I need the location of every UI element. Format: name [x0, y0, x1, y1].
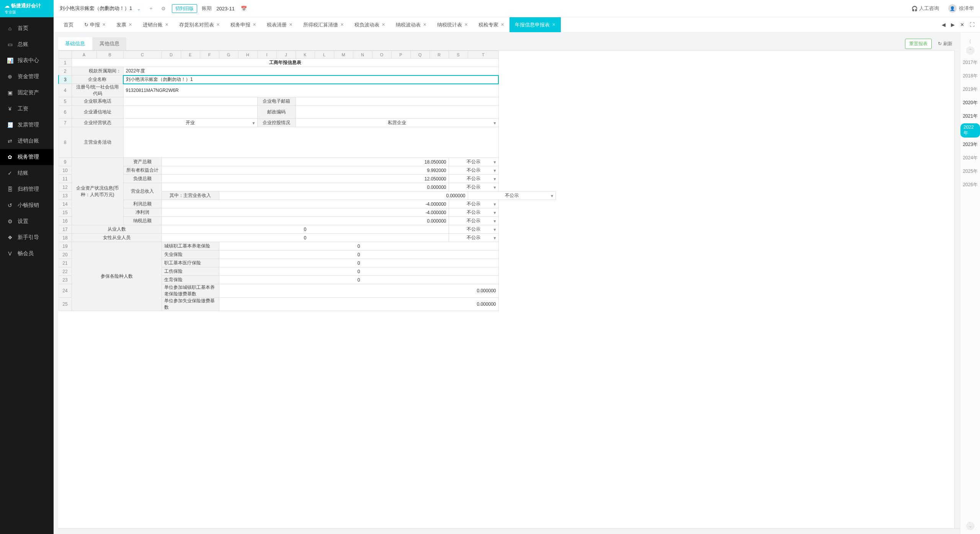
horizontal-scrollbar[interactable]	[58, 528, 960, 534]
value-cell[interactable]: 0	[219, 267, 498, 276]
year-item[interactable]: 2022年	[960, 123, 980, 138]
nav-item-archive[interactable]: 🗄归档管理	[0, 181, 54, 197]
rail-up-button[interactable]: ⌃	[966, 46, 975, 55]
row-header[interactable]: 13	[59, 192, 72, 200]
col-header[interactable]: L	[315, 51, 334, 59]
tabs-next-button[interactable]: ▶	[949, 20, 957, 29]
row-header[interactable]: 11	[59, 175, 72, 183]
rail-down-button[interactable]: ⌄	[966, 522, 975, 530]
year-item[interactable]: 2023年	[961, 138, 979, 151]
page-tab[interactable]: 税表清册✕	[261, 17, 298, 32]
col-header[interactable]: D	[162, 51, 181, 59]
col-header[interactable]: H	[238, 51, 257, 59]
tabs-fullscreen-button[interactable]: ⛶	[967, 20, 977, 29]
page-tab[interactable]: 税务申报✕	[225, 17, 261, 32]
row-header[interactable]: 16	[59, 217, 72, 225]
value-cell[interactable]: 0.000000	[162, 183, 449, 192]
row-header[interactable]: 24	[59, 284, 72, 298]
holding-dropdown[interactable]: 私营企业▼	[296, 119, 498, 127]
nav-item-invoice[interactable]: 🧾发票管理	[0, 117, 54, 133]
col-header[interactable]: B	[96, 51, 123, 59]
publicity-dropdown[interactable]: 不公示▼	[468, 192, 556, 200]
page-tab[interactable]: 纳税统计表✕	[432, 17, 473, 32]
value-cell[interactable]: 9.992000	[162, 166, 449, 175]
publicity-dropdown[interactable]: 不公示▼	[449, 225, 498, 234]
page-tab[interactable]: 所得税汇算清缴✕	[298, 17, 349, 32]
value-cell[interactable]: 0.000000	[219, 284, 498, 298]
row-header[interactable]: 10	[59, 166, 72, 175]
company-name-cell[interactable]: 刘小艳演示账套（勿删勿动！）1	[123, 75, 498, 84]
col-header[interactable]: J	[276, 51, 296, 59]
status-dropdown[interactable]: 开业▼	[123, 119, 257, 127]
year-item[interactable]: 2017年	[961, 56, 979, 69]
refresh-button[interactable]: ↻刷新	[938, 41, 952, 47]
nav-item-ledger[interactable]: ▭总账	[0, 36, 54, 52]
zip-cell[interactable]	[296, 106, 498, 119]
year-item[interactable]: 2019年	[961, 83, 979, 96]
tab-close-icon[interactable]: ✕	[216, 22, 220, 27]
nav-item-report[interactable]: 📊报表中心	[0, 52, 54, 69]
publicity-dropdown[interactable]: 不公示▼	[449, 217, 498, 225]
col-header[interactable]: P	[391, 51, 410, 59]
tab-close-icon[interactable]: ✕	[423, 22, 426, 27]
vertical-scrollbar[interactable]	[954, 50, 960, 528]
page-tab[interactable]: 进销台账✕	[137, 17, 174, 32]
calendar-icon[interactable]: 📅	[239, 4, 248, 13]
row-header[interactable]: 6	[59, 106, 72, 119]
value-cell[interactable]: 0.000000	[219, 298, 498, 311]
nav-item-salary[interactable]: ¥工资	[0, 101, 54, 117]
switch-old-button[interactable]: 切到旧版	[172, 4, 197, 13]
year-item[interactable]: 2024年	[961, 152, 979, 164]
row-header[interactable]: 1	[59, 59, 72, 67]
row-header[interactable]: 18	[59, 234, 72, 242]
col-header[interactable]: M	[334, 51, 353, 59]
nav-item-vip[interactable]: V畅会员	[0, 246, 54, 262]
nav-item-tax[interactable]: ✿税务管理	[0, 149, 54, 165]
value-cell[interactable]: 0	[219, 276, 498, 284]
row-header[interactable]: 15	[59, 208, 72, 217]
row-header[interactable]: 25	[59, 298, 72, 311]
page-tab[interactable]: 年报信息申报表✕	[510, 17, 561, 32]
col-header[interactable]: F	[200, 51, 219, 59]
gear-icon[interactable]: ⚙	[160, 4, 167, 13]
col-header[interactable]: O	[372, 51, 391, 59]
tab-close-icon[interactable]: ✕	[102, 22, 106, 27]
value-cell[interactable]: 0.000000	[219, 192, 468, 200]
rail-collapse-icon[interactable]: ⟨	[967, 36, 973, 46]
row-header[interactable]: 19	[59, 242, 72, 251]
row-header[interactable]: 23	[59, 276, 72, 284]
page-tab[interactable]: 发票✕	[111, 17, 137, 32]
col-header[interactable]: E	[181, 51, 200, 59]
publicity-dropdown[interactable]: 不公示▼	[449, 208, 498, 217]
value-cell[interactable]: -4.000000	[162, 208, 449, 217]
publicity-dropdown[interactable]: 不公示▼	[449, 200, 498, 208]
col-header[interactable]: N	[353, 51, 372, 59]
row-header[interactable]: 21	[59, 259, 72, 267]
row-header[interactable]: 20	[59, 251, 72, 259]
nav-item-close[interactable]: ✓结账	[0, 165, 54, 181]
main-biz-cell[interactable]	[123, 127, 498, 158]
nav-item-fund[interactable]: ⊕资金管理	[0, 69, 54, 85]
row-header[interactable]: 14	[59, 200, 72, 208]
row-header[interactable]: 2	[59, 67, 72, 75]
page-tab[interactable]: 税负波动表✕	[349, 17, 390, 32]
year-item[interactable]: 2018年	[961, 70, 979, 82]
col-header[interactable]: Q	[410, 51, 430, 59]
page-tab[interactable]: 首页	[58, 17, 79, 32]
row-header[interactable]: 3	[59, 75, 72, 84]
consult-link[interactable]: 🎧 人工咨询	[911, 5, 939, 12]
row-header[interactable]: 7	[59, 119, 72, 127]
nav-item-home[interactable]: ⌂首页	[0, 20, 54, 36]
publicity-dropdown[interactable]: 不公示▼	[449, 234, 498, 242]
value-cell[interactable]: 0	[219, 259, 498, 267]
tab-close-icon[interactable]: ✕	[129, 22, 132, 27]
value-cell[interactable]: 0	[162, 234, 449, 242]
sheet-tab[interactable]: 其他信息	[93, 37, 126, 50]
col-header[interactable]: T	[468, 51, 498, 59]
tab-close-icon[interactable]: ✕	[289, 22, 292, 27]
value-cell[interactable]: -4.000000	[162, 200, 449, 208]
value-cell[interactable]: 0	[162, 225, 449, 234]
tab-close-icon[interactable]: ✕	[253, 22, 256, 27]
col-header[interactable]: G	[219, 51, 238, 59]
value-cell[interactable]: 0	[219, 251, 498, 259]
